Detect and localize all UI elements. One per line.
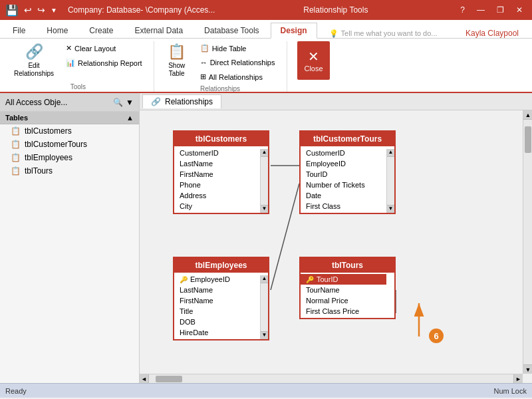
scroll-down-employees[interactable]: ▼ <box>261 331 268 339</box>
vscroll-thumb[interactable] <box>525 126 531 153</box>
close-button[interactable]: ✕ Close <box>297 41 329 80</box>
table-customers[interactable]: tblCustomers CustomerID LastName FirstNa… <box>173 130 269 214</box>
status-bar: Ready Num Lock <box>0 383 532 398</box>
all-relationships-button[interactable]: ⊞ All Relationships <box>196 70 280 84</box>
field-num-tickets: Number of Tickets <box>301 180 386 190</box>
nav-item-tblCustomers[interactable]: 📋 tblCustomers <box>0 124 139 138</box>
field-first-class-tours: First Class <box>301 201 386 211</box>
nav-header[interactable]: All Access Obje... 🔍 ▼ <box>0 93 139 112</box>
table-employees[interactable]: tblEmployees 🔑 EmployeeID LastName First… <box>173 257 269 340</box>
nav-section-label: Tables <box>5 114 28 122</box>
quick-access-dropdown[interactable]: ▼ <box>51 7 57 14</box>
hide-table-button[interactable]: 📋 Hide Table <box>196 41 280 55</box>
relationship-report-label: Relationship Report <box>78 59 142 67</box>
status-text: Ready <box>5 387 27 395</box>
relationship-report-icon: 📊 <box>66 59 75 67</box>
tell-me-area[interactable]: 💡 Tell me what you want to do... Kayla C… <box>319 29 529 38</box>
field-normal-price: Normal Price <box>301 295 386 306</box>
tab-database-tools[interactable]: Database Tools <box>194 23 269 38</box>
relationships-group-label: Relationships <box>200 84 240 92</box>
table-icon-customer-tours: 📋 <box>11 140 21 149</box>
canvas-tab-relationships[interactable]: 🔗 Relationships <box>142 94 221 108</box>
nav-item-label-tours: tblTours <box>25 166 53 176</box>
relationship-report-button[interactable]: 📊 Relationship Report <box>61 56 147 70</box>
tools-group-label: Tools <box>70 82 86 90</box>
horizontal-scrollbar[interactable]: ◄ ► <box>140 374 523 383</box>
edit-relationships-label: EditRelationships <box>14 62 54 78</box>
tab-create[interactable]: Create <box>79 23 123 38</box>
customers-scrollbar[interactable]: ▲ ▼ <box>260 149 268 213</box>
scroll-up-employees[interactable]: ▲ <box>261 275 268 283</box>
vscroll-down-btn[interactable]: ▼ <box>523 364 532 374</box>
hscroll-right-btn[interactable]: ► <box>513 374 523 384</box>
nav-item-tblCustomerTours[interactable]: 📋 tblCustomerTours <box>0 138 139 151</box>
field-city-customers: City <box>174 201 260 211</box>
direct-relationships-button[interactable]: ↔ Direct Relationships <box>196 56 280 69</box>
restore-btn[interactable]: ❐ <box>493 4 508 16</box>
employees-scrollbar[interactable]: ▲ ▼ <box>260 275 268 339</box>
canvas-tab-icon: 🔗 <box>151 97 161 106</box>
vertical-scrollbar[interactable]: ▲ ▼ <box>523 110 532 374</box>
nav-item-label-customers: tblCustomers <box>25 126 72 136</box>
close-btn[interactable]: ✕ <box>512 4 527 16</box>
redo-icon[interactable]: ↪ <box>37 5 45 15</box>
field-date-tours: Date <box>301 190 386 201</box>
nav-search-icon[interactable]: 🔍 <box>113 98 123 107</box>
table-customer-tours[interactable]: tblCustomerTours CustomerID EmployeeID T… <box>299 130 396 214</box>
scroll-up-customer-tours[interactable]: ▲ <box>387 149 394 157</box>
help-btn[interactable]: ? <box>456 4 469 16</box>
close-label: Close <box>304 65 323 72</box>
field-tourid-main: 🔑 TourID <box>301 274 386 285</box>
app-title: Company: Database- \Company (Acces... <box>68 5 215 15</box>
svg-line-2 <box>271 184 299 290</box>
ribbon-group-relationships: 📋 ShowTable 📋 Hide Table ↔ Direct Relati… <box>154 41 287 92</box>
field-firstname-emp: FirstName <box>174 295 260 306</box>
field-title-emp: Title <box>174 306 260 317</box>
close-icon: ✕ <box>308 49 319 65</box>
tab-design[interactable]: Design <box>271 23 317 39</box>
table-icon-tours: 📋 <box>11 166 21 176</box>
hscroll-left-btn[interactable]: ◄ <box>140 374 149 384</box>
show-table-button[interactable]: 📋 ShowTable <box>161 41 193 80</box>
nav-item-tblTours[interactable]: 📋 tblTours <box>0 164 139 178</box>
clear-layout-label: Clear Layout <box>74 45 116 53</box>
key-icon-tour: 🔑 <box>306 276 314 283</box>
scroll-track-employees <box>261 283 268 331</box>
table-tours-fields: 🔑 TourID TourName Normal Price First Cla… <box>301 273 394 318</box>
scroll-up-customers[interactable]: ▲ <box>261 149 268 157</box>
direct-relationships-icon: ↔ <box>200 59 207 66</box>
context-title: Relationship Tools <box>215 5 456 15</box>
nav-menu-icon[interactable]: ▼ <box>126 98 134 107</box>
nav-section-header[interactable]: Tables ▲ <box>0 112 139 124</box>
relationships-buttons: 📋 ShowTable 📋 Hide Table ↔ Direct Relati… <box>161 41 280 84</box>
table-tours[interactable]: tblTours 🔑 TourID TourName Normal Price … <box>299 257 396 319</box>
clear-layout-icon: ✕ <box>66 44 72 53</box>
field-tourname: TourName <box>301 285 386 295</box>
customer-tours-scrollbar[interactable]: ▲ ▼ <box>386 149 394 213</box>
hscroll-thumb[interactable] <box>156 376 182 382</box>
user-name: Kayla Claypool <box>466 29 519 38</box>
tab-file[interactable]: File <box>3 23 35 38</box>
field-dob-emp: DOB <box>174 317 260 327</box>
undo-icon[interactable]: ↩ <box>24 5 32 15</box>
tab-external-data[interactable]: External Data <box>124 23 193 38</box>
minimize-btn[interactable]: — <box>473 4 489 16</box>
title-bar-left: 💾 ↩ ↪ ▼ Company: Database- \Company (Acc… <box>5 4 215 17</box>
edit-relationships-button[interactable]: 🔗 EditRelationships <box>9 41 59 80</box>
vscroll-up-btn[interactable]: ▲ <box>523 110 532 120</box>
ribbon-tabs: File Home Create External Data Database … <box>0 20 532 39</box>
nav-section-collapse[interactable]: ▲ <box>126 114 134 122</box>
tab-home[interactable]: Home <box>37 23 78 38</box>
table-employees-fields: 🔑 EmployeeID LastName FirstName Title DO… <box>174 273 268 339</box>
table-customers-fields: CustomerID LastName FirstName Phone Addr… <box>174 146 268 213</box>
all-relationships-icon: ⊞ <box>200 72 206 81</box>
scroll-down-customers[interactable]: ▼ <box>261 205 268 213</box>
field-employeeid-tours: EmployeeID <box>301 158 386 169</box>
nav-item-tblEmployees[interactable]: 📋 tblEmployees <box>0 151 139 164</box>
scroll-down-customer-tours[interactable]: ▼ <box>387 205 394 213</box>
nav-title: All Access Obje... <box>5 98 67 107</box>
show-table-label: ShowTable <box>168 62 185 78</box>
save-icon[interactable]: 💾 <box>5 4 19 17</box>
scroll-track-customer-tours <box>387 157 394 205</box>
clear-layout-button[interactable]: ✕ Clear Layout <box>61 41 147 55</box>
